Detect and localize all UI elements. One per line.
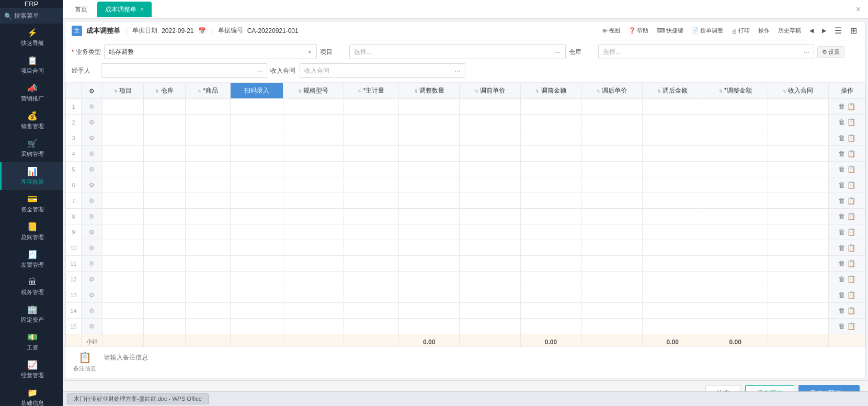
cell-settings[interactable]: ⚙ xyxy=(82,303,102,319)
delete-icon[interactable]: 🗑 xyxy=(838,118,845,126)
cell-action[interactable]: 🗑 📋 xyxy=(829,256,865,272)
cell-adjust_amount[interactable] xyxy=(703,303,768,319)
sort-icon-income_contract[interactable]: ⇅ xyxy=(783,89,786,94)
cell-scan[interactable] xyxy=(231,256,283,272)
cell-action[interactable]: 🗑 📋 xyxy=(829,99,865,115)
delete-icon[interactable]: 🗑 xyxy=(838,181,845,189)
cell-before_price[interactable] xyxy=(460,303,520,319)
cell-unit[interactable] xyxy=(344,209,398,224)
sort-icon-after_amount[interactable]: ⇅ xyxy=(657,89,661,94)
sort-icon-unit[interactable]: ⇅ xyxy=(358,89,361,94)
row-settings-icon[interactable]: ⚙ xyxy=(89,119,95,126)
cell-after_price[interactable] xyxy=(581,193,642,209)
cell-adjust_qty[interactable] xyxy=(399,272,460,287)
cell-settings[interactable]: ⚙ xyxy=(82,130,102,146)
cell-product[interactable] xyxy=(185,272,231,287)
cell-adjust_qty[interactable] xyxy=(399,303,460,319)
cell-after_price[interactable] xyxy=(581,256,642,272)
sort-icon-product[interactable]: ⇅ xyxy=(198,89,201,94)
cell-spec[interactable] xyxy=(283,146,344,162)
help-btn[interactable]: ❓ 帮助 xyxy=(626,26,650,36)
copy-icon[interactable]: 📋 xyxy=(847,307,855,314)
cell-adjust_amount[interactable] xyxy=(703,115,768,130)
cell-before_amount[interactable] xyxy=(520,240,581,256)
sidebar-item-quick-nav[interactable]: ⚡ 快速导航 xyxy=(0,24,63,51)
cell-income_contract[interactable] xyxy=(768,115,828,130)
cell-before_price[interactable] xyxy=(460,162,520,177)
income-contract-input[interactable]: 收入合同 ··· xyxy=(300,63,466,78)
cell-scan[interactable] xyxy=(231,240,283,256)
cell-income_contract[interactable] xyxy=(768,193,828,209)
sidebar-item-basic-info[interactable]: 📁 基础信息 xyxy=(0,384,63,406)
copy-icon[interactable]: 📋 xyxy=(847,322,855,330)
cell-adjust_qty[interactable] xyxy=(399,287,460,303)
sort-icon-spec[interactable]: ⇅ xyxy=(298,89,302,94)
cell-adjust_qty[interactable] xyxy=(399,256,460,272)
cell-after_amount[interactable] xyxy=(642,272,703,287)
cell-before_amount[interactable] xyxy=(520,319,581,334)
cell-warehouse[interactable] xyxy=(144,177,185,193)
cell-action[interactable]: 🗑 📋 xyxy=(829,209,865,224)
row-settings-icon[interactable]: ⚙ xyxy=(89,197,95,205)
cell-action[interactable]: 🗑 📋 xyxy=(829,240,865,256)
cell-action[interactable]: 🗑 📋 xyxy=(829,146,865,162)
cell-after_price[interactable] xyxy=(581,224,642,240)
copy-icon[interactable]: 📋 xyxy=(847,134,855,142)
cell-settings[interactable]: ⚙ xyxy=(82,272,102,287)
cell-product[interactable] xyxy=(185,319,231,334)
cell-warehouse[interactable] xyxy=(144,319,185,334)
cell-settings[interactable]: ⚙ xyxy=(82,287,102,303)
cell-spec[interactable] xyxy=(283,130,344,146)
cell-project[interactable] xyxy=(102,303,144,319)
cell-after_amount[interactable] xyxy=(642,99,703,115)
cell-scan[interactable] xyxy=(231,193,283,209)
cell-before_price[interactable] xyxy=(460,130,520,146)
window-close-icon[interactable]: × xyxy=(853,4,864,15)
cell-before_price[interactable] xyxy=(460,319,520,334)
settings-button[interactable]: ⚙ 设置 xyxy=(817,46,844,58)
cell-adjust_amount[interactable] xyxy=(703,256,768,272)
sort-icon-before_amount[interactable]: ⇅ xyxy=(535,89,539,94)
cell-adjust_qty[interactable] xyxy=(399,177,460,193)
cell-unit[interactable] xyxy=(344,303,398,319)
cell-action[interactable]: 🗑 📋 xyxy=(829,303,865,319)
cell-after_price[interactable] xyxy=(581,162,642,177)
cell-spec[interactable] xyxy=(283,177,344,193)
cell-before_amount[interactable] xyxy=(520,99,581,115)
sort-icon-before_price[interactable]: ⇅ xyxy=(475,89,478,94)
cell-scan[interactable] xyxy=(231,177,283,193)
cell-product[interactable] xyxy=(185,146,231,162)
cell-before_price[interactable] xyxy=(460,272,520,287)
delete-icon[interactable]: 🗑 xyxy=(838,212,845,220)
cell-unit[interactable] xyxy=(344,146,398,162)
cell-settings[interactable]: ⚙ xyxy=(82,240,102,256)
col-unit[interactable]: ⇅ *主计量 xyxy=(344,83,398,99)
cell-unit[interactable] xyxy=(344,162,398,177)
sidebar-item-tax-management[interactable]: 🏛 税务管理 xyxy=(0,273,63,300)
cell-after_amount[interactable] xyxy=(642,162,703,177)
row-settings-icon[interactable]: ⚙ xyxy=(89,103,95,110)
copy-icon[interactable]: 📋 xyxy=(847,244,855,252)
cell-after_amount[interactable] xyxy=(642,209,703,224)
cell-spec[interactable] xyxy=(283,319,344,334)
cell-settings[interactable]: ⚙ xyxy=(82,162,102,177)
cell-product[interactable] xyxy=(185,240,231,256)
cell-income_contract[interactable] xyxy=(768,272,828,287)
cell-income_contract[interactable] xyxy=(768,287,828,303)
col-income_contract[interactable]: ⇅ 收入合同 xyxy=(768,83,828,99)
cell-adjust_qty[interactable] xyxy=(399,162,460,177)
delete-icon[interactable]: 🗑 xyxy=(838,150,845,157)
cell-project[interactable] xyxy=(102,272,144,287)
warehouse-input[interactable]: 选择... ··· xyxy=(598,44,814,59)
row-settings-icon[interactable]: ⚙ xyxy=(89,307,95,314)
sort-icon-after_price[interactable]: ⇅ xyxy=(597,89,600,94)
cell-product[interactable] xyxy=(185,130,231,146)
cell-spec[interactable] xyxy=(283,193,344,209)
copy-icon[interactable]: 📋 xyxy=(847,165,855,173)
biz-type-input[interactable]: 结存调整 ▼ xyxy=(104,44,317,59)
cell-scan[interactable] xyxy=(231,272,283,287)
cell-warehouse[interactable] xyxy=(144,162,185,177)
cell-warehouse[interactable] xyxy=(144,240,185,256)
tab-home[interactable]: 首页 xyxy=(67,2,95,17)
cell-action[interactable]: 🗑 📋 xyxy=(829,162,865,177)
